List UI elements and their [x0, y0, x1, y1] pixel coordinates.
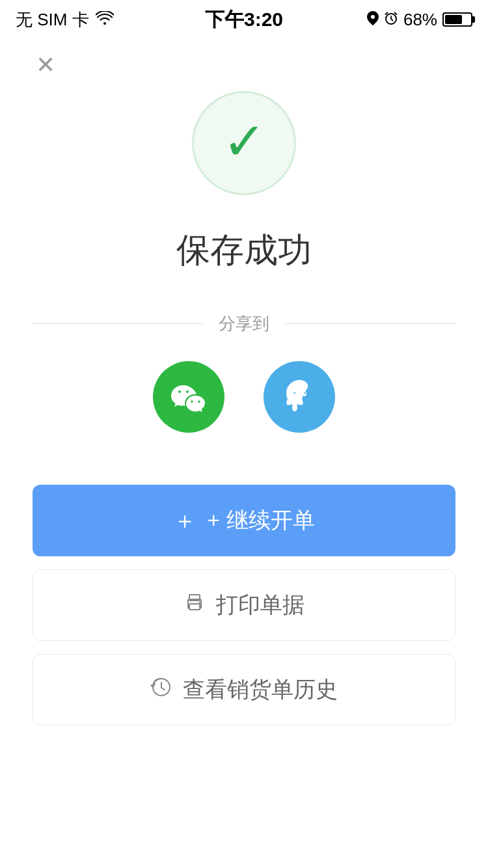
svg-point-0 [371, 15, 375, 19]
status-time: 下午3:20 [205, 7, 283, 33]
success-title: 保存成功 [176, 228, 312, 273]
printer-icon [183, 591, 206, 619]
battery-percentage: 68% [403, 10, 437, 30]
checkmark-icon: ✓ [223, 116, 266, 168]
print-label: 打印单据 [216, 590, 305, 620]
divider-right [285, 323, 455, 324]
close-icon: ✕ [36, 53, 55, 77]
qq-icon [278, 376, 320, 418]
wifi-icon [96, 10, 114, 30]
continue-label: + 继续开单 [207, 506, 314, 536]
status-right: 68% [367, 10, 472, 30]
plus-icon: ＋ [173, 505, 197, 537]
svg-rect-8 [189, 604, 200, 610]
success-circle: ✓ [192, 91, 296, 195]
status-left: 无 SIM 卡 [16, 8, 114, 31]
share-icons [153, 361, 335, 433]
history-label: 查看销货单历史 [183, 675, 338, 705]
divider-left [33, 323, 203, 324]
status-bar: 无 SIM 卡 下午3:20 68% [0, 0, 488, 39]
history-button[interactable]: 查看销货单历史 [33, 654, 455, 726]
no-sim-text: 无 SIM 卡 [16, 8, 89, 31]
battery-icon [442, 12, 472, 27]
action-buttons: ＋ + 继续开单 打印单据 [0, 485, 488, 726]
share-divider: 分享到 [0, 312, 488, 335]
alarm-icon [384, 10, 398, 30]
close-button[interactable]: ✕ [26, 46, 65, 85]
svg-point-5 [305, 392, 306, 394]
svg-point-9 [199, 602, 201, 604]
share-label: 分享到 [203, 312, 285, 335]
qq-share-button[interactable] [264, 361, 335, 433]
wechat-share-button[interactable] [153, 361, 224, 433]
location-icon [367, 10, 379, 30]
history-icon [150, 676, 172, 703]
main-content: ✓ 保存成功 分享到 [0, 39, 488, 726]
continue-button[interactable]: ＋ + 继续开单 [33, 485, 455, 556]
wechat-icon [168, 376, 210, 418]
print-button[interactable]: 打印单据 [33, 569, 455, 641]
svg-point-4 [294, 392, 295, 394]
